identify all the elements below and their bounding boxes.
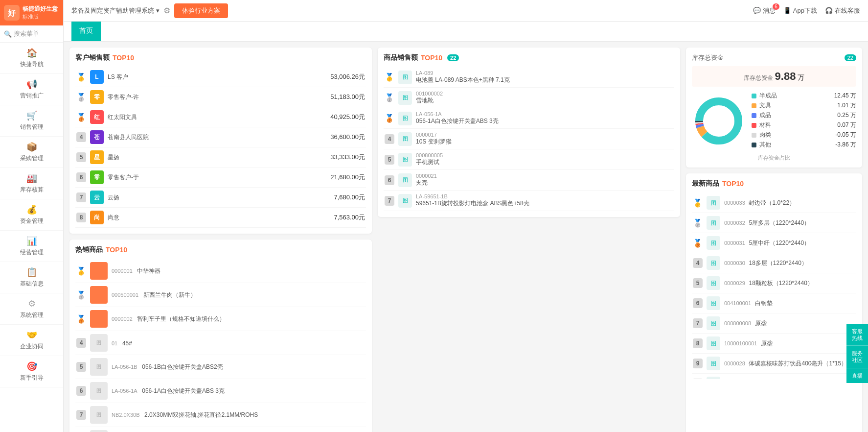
- float-button[interactable]: 直播: [846, 368, 868, 383]
- product-icon: 图: [398, 91, 412, 105]
- sidebar-search-label: 搜索菜单: [14, 29, 39, 38]
- sidebar-item[interactable]: 📦 采购管理: [0, 137, 63, 168]
- float-button[interactable]: 服务 社区: [846, 346, 868, 368]
- rank-number: 4: [76, 338, 86, 348]
- donut-section: 半成品 12.45 万 文具 1.01 万 成品 0.25 万 材料 0.07 …: [692, 92, 856, 150]
- tab-home[interactable]: 首页: [71, 22, 101, 41]
- customer-avatar: 星: [90, 150, 104, 164]
- sidebar-item[interactable]: 🤝 企业协同: [0, 325, 63, 356]
- hot-product-item: 8 图 0000011 12070519-xs: [75, 427, 366, 432]
- settings-icon[interactable]: ⚙: [163, 6, 170, 15]
- legend-dot: [752, 133, 756, 138]
- rank-number: 8: [76, 213, 86, 222]
- newest-product-item: 5 图 0000029 18颗粒板（1220*2440）: [692, 273, 856, 293]
- float-buttons: 客服 热线服务 社区直播: [846, 324, 868, 383]
- hot-products-list: 🥇 0000001 中华神器 🥈 000500001 新西兰牛肉（新牛） 🥉 0…: [75, 259, 366, 432]
- product-image-placeholder: 图: [90, 334, 108, 352]
- product-item: 5 图 000800005 手机测试: [384, 149, 674, 170]
- legend-label: 半成品: [759, 92, 777, 100]
- system-name-dropdown[interactable]: 装备及固定资产辅助管理系统 ▾: [71, 6, 160, 15]
- legend-label: 肉类: [759, 131, 771, 139]
- app-download-btn[interactable]: 📱 App下载: [783, 6, 817, 15]
- sidebar-logo: 好 畅捷通好生意 标准版: [0, 0, 63, 25]
- product-icon: 图: [398, 71, 412, 84]
- sidebar-icon: 🛒: [26, 110, 37, 121]
- customer-name: 云扬: [108, 193, 330, 202]
- rank-number: 7: [76, 410, 86, 420]
- product-code: 01: [112, 340, 117, 346]
- rank-number: 10: [693, 379, 703, 379]
- phone-icon: 📱: [783, 7, 791, 14]
- sidebar-search[interactable]: 🔍 搜索菜单: [0, 25, 63, 43]
- customer-avatar: 零: [90, 170, 104, 184]
- product-name: 智利车子里（规格不知道填什么）: [137, 315, 225, 322]
- online-service-btn[interactable]: 🎧 在线客服: [825, 6, 860, 15]
- product-icon: 图: [707, 236, 720, 250]
- hot-products-title: 热销商品 TOP10: [75, 245, 366, 254]
- rank-number: 7: [76, 192, 86, 202]
- sidebar-item-label: 库存核算: [20, 186, 44, 194]
- sidebar-item[interactable]: ⚙ 系统管理: [0, 293, 63, 325]
- newest-product-item: 4 图 0000030 18多层（1220*2440）: [692, 253, 856, 273]
- newest-product-code: 0000030: [724, 260, 745, 266]
- float-button[interactable]: 客服 热线: [846, 324, 868, 346]
- sidebar-item[interactable]: 💰 资金管理: [0, 199, 63, 231]
- product-image-placeholder: 图: [90, 430, 108, 432]
- newest-product-name: 白钢垫: [755, 300, 773, 307]
- product-name: 夹壳: [416, 179, 673, 187]
- sidebar-item[interactable]: 🏠 快捷导航: [0, 43, 63, 74]
- customer-avatar: 零: [90, 90, 104, 104]
- sidebar-item[interactable]: 📊 经营管理: [0, 231, 63, 262]
- product-name: 2.0X30MM双搓花轴,搓花直径2.1MM/ROHS: [144, 411, 258, 418]
- product-item: 7 图 LA-59651-1B 59651-1B旋转投影灯电池盒 ABS黑色+5…: [384, 191, 674, 211]
- sidebar-item[interactable]: 📢 营销推广: [0, 74, 63, 105]
- product-item: 🥈 图 001000002 雪地靴: [384, 88, 674, 108]
- bronze-medal-icon: 🥉: [693, 239, 703, 248]
- newest-product-item: 8 图 10000100001 原垄: [692, 334, 856, 354]
- sidebar-item-label: 采购管理: [20, 154, 44, 163]
- message-btn[interactable]: 💬 消息 6: [753, 6, 776, 15]
- sidebar-item[interactable]: 📋 基础信息: [0, 262, 63, 293]
- customer-rank-list: 🥇 L LS 客户 53,006.26元 🥈 零 零售客户-许 51,183.0…: [75, 67, 366, 228]
- sidebar-item[interactable]: 🎯 新手引导: [0, 356, 63, 387]
- rank-number: 6: [693, 298, 703, 308]
- gold-medal-icon: 🥇: [693, 198, 703, 208]
- logo-icon: 好: [4, 5, 20, 21]
- customer-name: 苍南县人民医院: [108, 133, 326, 142]
- system-name-label: 装备及固定资产辅助管理系统: [71, 6, 154, 15]
- legend-item: 成品 0.25 万: [752, 111, 856, 120]
- product-info: LA-59651-1B 59651-1B旋转投影灯电池盒 ABS黑色+58壳: [416, 193, 673, 208]
- sidebar-icon: 📋: [26, 267, 37, 278]
- topbar-right: 💬 消息 6 📱 App下载 🎧 在线客服: [753, 6, 860, 15]
- sidebar-item-label: 快捷导航: [20, 60, 44, 69]
- sidebar-item[interactable]: 🛒 销售管理: [0, 105, 63, 137]
- legend-label: 成品: [759, 111, 771, 120]
- product-name: 056-1A白色按键开关盖ABS 3壳: [416, 117, 673, 125]
- customer-value: 7,563.00元: [334, 213, 365, 222]
- inventory-total-unit: 万: [798, 73, 804, 81]
- customer-rank-item: 🥇 L LS 客户 53,006.26元: [75, 67, 366, 87]
- legend-item: 文具 1.01 万: [752, 101, 856, 110]
- customer-avatar: 苍: [90, 130, 104, 144]
- newest-product-info: 0000030 18多层（1220*2440）: [724, 259, 855, 267]
- inventory-title: 库存总资金: [692, 53, 724, 62]
- newest-product-code: 10000100001: [724, 340, 757, 346]
- product-image-placeholder: 图: [90, 406, 108, 424]
- silver-medal-icon: 🥈: [76, 290, 86, 300]
- newest-product-name: 5厘中纤（1220*2440）: [749, 240, 810, 246]
- sidebar-item[interactable]: 🏭 库存核算: [0, 168, 63, 199]
- rank-number: 7: [693, 318, 703, 328]
- legend-value: 0.07 万: [837, 121, 856, 129]
- hot-product-item: 🥉 0000002 智利车子里（规格不知道填什么）: [75, 307, 366, 331]
- inventory-card: 库存总资金 22 库存总资金 9.88 万 半成品 12.45 万 文具 1.0…: [686, 48, 862, 168]
- product-code: LA-59651-1B: [416, 193, 673, 199]
- trial-btn[interactable]: 体验行业方案: [174, 3, 228, 18]
- product-icon: 图: [398, 132, 412, 146]
- left-column: 客户销售额 TOP10 🥇 L LS 客户 53,006.26元 🥈 零 零售客…: [69, 48, 372, 432]
- legend-dot: [752, 123, 756, 128]
- product-code: 0000001: [112, 268, 133, 274]
- sidebar-icon: 🏭: [26, 173, 37, 184]
- newest-product-code: 0000029: [724, 280, 745, 286]
- product-item: 🥇 图 LA-089 电池盖 LA-089 ABS本色+黑种 7.1克: [384, 67, 674, 88]
- sidebar-icon: ⚙: [28, 298, 36, 309]
